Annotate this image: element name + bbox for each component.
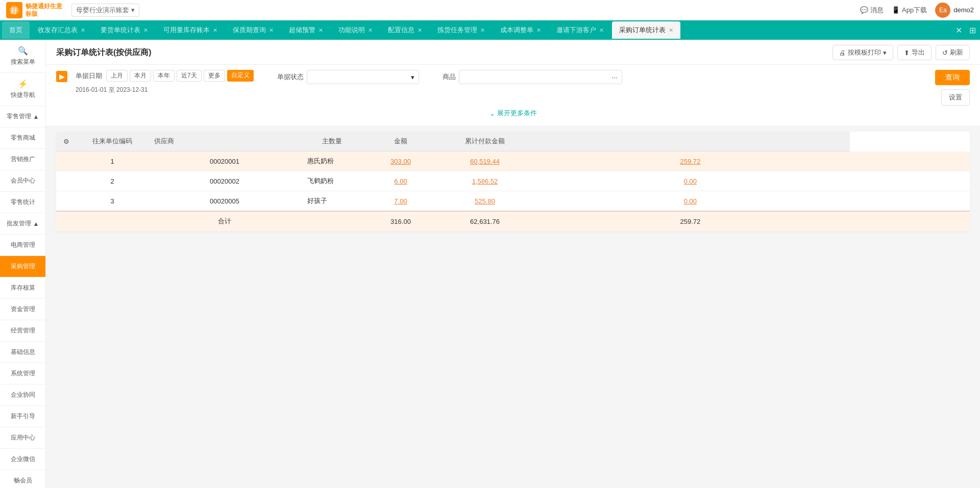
row-gear-1 [56,151,77,171]
sidebar-item-marketing[interactable]: 营销推广 [0,149,45,170]
tabs-close-all-icon[interactable]: ✕ [953,25,964,35]
tab-home[interactable]: 首页 [2,21,30,39]
sidebar-item-newbie[interactable]: 新手引导 [0,406,45,427]
sidebar-item-appcenter[interactable]: 应用中心 [0,427,45,449]
status-select[interactable]: ▾ [307,70,419,84]
tab-costadj[interactable]: 成本调整单 ✕ [493,21,548,39]
tab-income[interactable]: 收发存汇总表 ✕ [31,21,92,39]
table-footer-row: 合计 316.00 62,631.76 259.72 [56,211,970,232]
username: demo2 [953,6,974,14]
query-button[interactable]: 查询 [935,70,970,85]
tab-config[interactable]: 配置信息 ✕ [381,21,429,39]
close-icon[interactable]: ✕ [536,27,541,34]
tabs-expand-icon[interactable]: ⊞ [967,25,978,35]
tab-inventory[interactable]: 可用量库存账本 ✕ [156,21,225,39]
export-icon: ⬆ [904,49,910,57]
sidebar-item-inventory-check[interactable]: 库存核算 [0,277,45,299]
export-button[interactable]: ⬆ 导出 [897,45,932,60]
tab-expiry[interactable]: 保质期查询 ✕ [226,21,281,39]
filter-last-7days[interactable]: 近7天 [177,70,202,82]
close-icon[interactable]: ✕ [81,27,85,34]
close-icon[interactable]: ✕ [213,27,217,34]
print-button[interactable]: 🖨 按模板打印 ▾ [832,45,893,60]
filter-last-month[interactable]: 上月 [106,70,128,82]
filter-more[interactable]: 更多 [204,70,225,82]
tab-overstock[interactable]: 超储预警 ✕ [282,21,330,39]
close-icon[interactable]: ✕ [269,27,274,34]
row-code-2: 00020002 [148,171,301,191]
download-icon: 📱 [892,6,900,14]
sidebar-item-operation[interactable]: 经营管理 [0,320,45,342]
user-area[interactable]: Ea demo2 [935,3,974,18]
row-paid-2[interactable]: 0.00 [531,171,850,191]
date-filter: 单据日期 上月 本月 本年 近7天 更多 自定义 2016-01-01 至 20… [76,70,254,94]
close-icon[interactable]: ✕ [318,27,323,34]
row-extra-2 [850,171,970,191]
filter-this-month[interactable]: 本月 [130,70,151,82]
sidebar-item-retail-mall[interactable]: 零售商城 [0,127,45,149]
sidebar-item-quicknav[interactable]: ⚡ 快捷导航 [0,73,45,106]
close-icon[interactable]: ✕ [599,27,604,34]
row-amount-1[interactable]: 60,519.44 [439,151,531,171]
print-icon: 🖨 [839,49,846,57]
row-paid-3[interactable]: 0.00 [531,191,850,212]
workspace-selector[interactable]: 母婴行业演示账套 ▾ [71,4,139,17]
row-paid-1[interactable]: 259.72 [531,151,850,171]
row-gear-2 [56,171,77,191]
sidebar-item-wechat[interactable]: 企业微信 [0,449,45,470]
row-no-3: 3 [77,191,148,212]
settings-button[interactable]: 设置 [941,89,970,106]
sidebar-item-retail-stat[interactable]: 零售统计 [0,192,45,213]
row-amount-3[interactable]: 525.80 [439,191,531,212]
close-icon[interactable]: ✕ [669,27,673,34]
sidebar-item-collab[interactable]: 企业协同 [0,384,45,406]
close-icon[interactable]: ✕ [418,27,422,34]
app-download-action[interactable]: 📱 App下载 [892,6,927,15]
sidebar-item-finance[interactable]: 资金管理 [0,299,45,320]
row-qty-3[interactable]: 7.00 [362,191,439,212]
table-area: ⚙ 往来单位编码 供应商 主数量 金额 累计付款金额 1 00020001 [46,126,980,488]
sidebar: 🔍 搜索菜单 ⚡ 快捷导航 零售管理 ▲ 零售商城 营销推广 会员中心 零售统计… [0,40,46,488]
custom-tag[interactable]: 自定义 [227,70,254,82]
avatar: Ea [935,3,950,18]
sidebar-item-search[interactable]: 🔍 搜索菜单 [0,40,45,73]
goods-filter: 商品 ··· [443,70,622,84]
sidebar-item-member[interactable]: 会员中心 [0,170,45,192]
sidebar-item-ecommerce[interactable]: 电商管理 [0,235,45,256]
footer-label: 合计 [148,211,301,232]
row-qty-1[interactable]: 303.00 [362,151,439,171]
close-icon[interactable]: ✕ [143,27,148,34]
goods-input[interactable]: ··· [459,70,622,84]
filter-this-year[interactable]: 本年 [153,70,175,82]
col-gear-header: ⚙ [56,132,77,151]
close-icon[interactable]: ✕ [480,27,485,34]
chevron-down-icon: ▾ [411,73,414,81]
row-qty-2[interactable]: 6.00 [362,171,439,191]
sidebar-item-wholesale[interactable]: 批发管理 ▲ [0,213,45,235]
sidebar-item-basics[interactable]: 基础信息 [0,342,45,363]
row-no-2: 2 [77,171,148,191]
close-icon[interactable]: ✕ [368,27,373,34]
nav-tabs-bar: 首页 收发存汇总表 ✕ 要货单统计表 ✕ 可用量库存账本 ✕ 保质期查询 ✕ 超… [0,20,980,40]
tab-picktask[interactable]: 拣货任务管理 ✕ [430,21,492,39]
sidebar-item-purchase[interactable]: 采购管理 [0,256,45,277]
sidebar-item-vip[interactable]: 畅会员 [0,470,45,488]
expand-more-btn[interactable]: ⌄ 展开更多条件 [56,106,970,121]
page-title: 采购订单统计表(按供应商) [56,47,152,58]
sidebar-item-retail[interactable]: 零售管理 ▲ [0,106,45,127]
row-code-1: 00020001 [148,151,301,171]
tab-invitedown[interactable]: 邀请下游客户 ✕ [549,21,611,39]
tab-requisition[interactable]: 要货单统计表 ✕ [93,21,155,39]
collapse-toggle[interactable]: ▶ [56,71,67,82]
logo-area: 好 畅捷通好生意 标版 [6,2,62,18]
gear-icon[interactable]: ⚙ [63,138,69,145]
expand-icon: ▲ [33,113,39,120]
tab-funcexp[interactable]: 功能说明 ✕ [331,21,380,39]
col-supplier-header: 供应商 [148,132,301,151]
tab-purchasestat[interactable]: 采购订单统计表 ✕ [612,21,680,39]
table-row: 3 00020005 好孩子 7.00 525.80 0.00 [56,191,970,212]
refresh-button[interactable]: ↺ 刷新 [936,45,970,60]
row-amount-2[interactable]: 1,586.52 [439,171,531,191]
messages-action[interactable]: 💬 消息 [860,6,884,15]
sidebar-item-system[interactable]: 系统管理 [0,363,45,384]
